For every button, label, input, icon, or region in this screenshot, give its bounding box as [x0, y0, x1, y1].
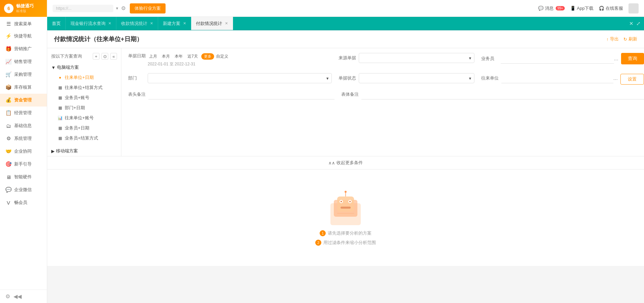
- empty-text-1: 1 请先选择要分析的方案: [320, 230, 372, 236]
- collapse-more-btn[interactable]: ∧∧ 收起更多条件: [47, 156, 644, 169]
- scheme-item-2[interactable]: ▦ 业务员+账号: [55, 93, 117, 103]
- scheme-panel: 按以下方案查询 + ⊙ « ▼ 电脑端方案: [47, 48, 121, 156]
- sidebar-item-enterprise[interactable]: 🤝 企业协同: [0, 145, 47, 158]
- table-header-note-label: 表头备注: [128, 91, 146, 97]
- user-avatar[interactable]: [628, 3, 639, 13]
- trial-btn[interactable]: 体验行业方案: [130, 3, 166, 13]
- shortcut-more[interactable]: 更多: [201, 53, 214, 60]
- partner-input[interactable]: [501, 73, 613, 83]
- tab-close-all-icon[interactable]: ✕: [629, 21, 634, 27]
- sidebar-item-management[interactable]: 📋 经营管理: [0, 107, 47, 119]
- date-field: 单据日期 上月 本月 本年 近7天 更多 自定义 20: [128, 53, 332, 67]
- shortcut-this-month[interactable]: 本月: [160, 53, 171, 60]
- scheme-item-0[interactable]: ● 往来单位+日期: [55, 72, 117, 83]
- sidebar-item-guide[interactable]: 🎯 新手引导: [0, 158, 47, 171]
- app-download-btn[interactable]: 📱 App下载: [570, 5, 593, 11]
- table-header-note-field: 表头备注: [128, 89, 334, 99]
- sidebar-item-hardware[interactable]: 🖥 智能硬件: [0, 171, 47, 183]
- export-btn[interactable]: ↑ 导出: [607, 36, 619, 42]
- export-icon: ↑: [607, 37, 609, 42]
- scheme-collapse-btn[interactable]: «: [110, 53, 117, 60]
- tab-close-payment[interactable]: ✕: [225, 21, 228, 26]
- tab-home[interactable]: 首页: [47, 17, 66, 30]
- filter-settings-btn[interactable]: 设置: [620, 74, 644, 85]
- sidebar-item-marketing[interactable]: 🎁 营销推广: [0, 42, 47, 55]
- scheme-item-1[interactable]: ▦ 往来单位+结算方式: [55, 83, 117, 93]
- dept-select-chevron: ▾: [326, 76, 329, 81]
- desktop-group[interactable]: ▼ 电脑端方案: [51, 62, 117, 72]
- topbar-dropdown-icon[interactable]: ▾: [116, 6, 118, 11]
- sidebar-footer: ⚙ ◀◀: [0, 290, 47, 303]
- filter-row-2: 部门 ▾ 单据状态 ▾: [128, 72, 644, 85]
- tab-cash-flow[interactable]: 现金银行流水查询 ✕: [66, 17, 116, 30]
- scheme-icon-2: ▦: [57, 95, 63, 100]
- mobile-group: ▶ 移动端方案: [51, 146, 117, 156]
- doc-status-label: 单据状态: [339, 75, 356, 81]
- sidebar-item-wechat[interactable]: 💬 企业微信: [0, 183, 47, 196]
- sidebar-item-search[interactable]: ☰ 搜索菜单: [0, 18, 47, 30]
- tab-receipt-stats[interactable]: 收款情况统计 ✕: [116, 17, 158, 30]
- topbar: https://... ▾ ⚙ 体验行业方案 💬 消息 99+ 📱 App下载 …: [47, 0, 644, 17]
- sidebar-item-finance[interactable]: 💰 资金管理: [0, 94, 47, 107]
- table-header-note-input[interactable]: [148, 89, 334, 99]
- shortcut-this-year[interactable]: 本年: [173, 53, 184, 60]
- doc-status-field: 单据状态 ▾: [339, 73, 474, 83]
- scheme-settings-btn[interactable]: ⊙: [101, 53, 108, 60]
- wechat-icon: 💬: [5, 187, 11, 193]
- sidebar-item-inventory[interactable]: 📦 库存核算: [0, 81, 47, 94]
- scheme-item-5[interactable]: ▦ 业务员+日期: [55, 123, 117, 133]
- page-actions: ↑ 导出 ↻ 刷新: [607, 36, 638, 42]
- source-select[interactable]: ▾: [359, 53, 474, 63]
- filter-layout: 按以下方案查询 + ⊙ « ▼ 电脑端方案: [47, 48, 644, 156]
- filter-row-3: 表头备注 表体备注: [128, 89, 644, 99]
- tab-close-new-scheme[interactable]: ✕: [183, 21, 186, 26]
- tab-new-scheme[interactable]: 新建方案 ✕: [158, 17, 191, 30]
- sales-rep-field: 业务员 ... 查询: [481, 53, 644, 64]
- sidebar-item-sales[interactable]: 📈 销售管理: [0, 55, 47, 68]
- scheme-icon-3: ▦: [57, 105, 63, 111]
- message-badge: 99+: [556, 6, 565, 10]
- sidebar-item-basic-info[interactable]: 🗂 基础信息: [0, 119, 47, 132]
- messages-btn[interactable]: 💬 消息 99+: [538, 5, 565, 11]
- sidebar-item-member[interactable]: V 畅会员: [0, 196, 47, 209]
- sidebar-item-purchase[interactable]: 🛒 采购管理: [0, 68, 47, 81]
- mobile-group-title[interactable]: ▶ 移动端方案: [51, 146, 117, 156]
- sales-rep-dots[interactable]: ...: [614, 56, 618, 62]
- shortcut-custom[interactable]: 自定义: [216, 54, 228, 59]
- content-area: 付款情况统计（往来单位+日期） ↑ 导出 ↻ 刷新 按以下方案: [47, 30, 644, 303]
- scheme-item-3[interactable]: ▦ 部门+日期: [55, 103, 117, 113]
- topbar-settings-icon[interactable]: ⚙: [121, 5, 126, 11]
- scheme-item-6[interactable]: ▦ 业务员+结算方式: [55, 133, 117, 143]
- add-scheme-btn[interactable]: +: [93, 53, 99, 60]
- refresh-btn[interactable]: ↻ 刷新: [623, 36, 637, 42]
- footer-collapse-icon[interactable]: ◀◀: [13, 293, 22, 300]
- sidebar-item-system[interactable]: ⚙ 系统管理: [0, 132, 47, 145]
- online-service-btn[interactable]: 🎧 在线客服: [599, 5, 623, 11]
- svg-rect-2: [337, 196, 354, 212]
- tab-close-cash-flow[interactable]: ✕: [108, 21, 111, 26]
- sidebar-item-quick-nav[interactable]: ⚡ 快捷导航: [0, 30, 47, 42]
- tab-close-receipt[interactable]: ✕: [150, 21, 153, 26]
- url-bar[interactable]: https://...: [53, 5, 113, 12]
- date-shortcuts: 上月 本月 本年 近7天 更多 自定义: [148, 53, 228, 60]
- partner-dots[interactable]: ...: [613, 75, 618, 81]
- query-btn[interactable]: 查询: [621, 53, 644, 64]
- scheme-item-4[interactable]: 📊 往来单位+账号: [55, 113, 117, 123]
- dept-label: 部门: [128, 75, 145, 81]
- sales-icon: 📈: [5, 59, 11, 65]
- dept-select[interactable]: ▾: [148, 73, 332, 83]
- tab-expand-icon[interactable]: ⤢: [636, 21, 641, 27]
- sales-rep-input[interactable]: [501, 54, 614, 64]
- shortcut-last-month[interactable]: 上月: [148, 53, 158, 60]
- table-body-note-field: 表体备注: [341, 89, 644, 99]
- doc-status-select[interactable]: ▾: [359, 73, 474, 83]
- empty-state: 1 请先选择要分析的方案 2 用过滤条件来缩小分析范围: [47, 170, 644, 266]
- enterprise-icon: 🤝: [5, 148, 11, 154]
- source-field: 来源单据 ▾: [339, 53, 474, 63]
- table-body-note-input[interactable]: [361, 89, 644, 99]
- shortcut-7days[interactable]: 近7天: [186, 53, 199, 60]
- sidebar-nav: ☰ 搜索菜单 ⚡ 快捷导航 🎁 营销推广 📈 销售管理 🛒 采购管理 📦 库存核…: [0, 17, 47, 290]
- inventory-icon: 📦: [5, 84, 11, 90]
- footer-settings-icon[interactable]: ⚙: [5, 293, 10, 300]
- tab-payment-stats[interactable]: 付款情况统计 ✕: [191, 17, 233, 30]
